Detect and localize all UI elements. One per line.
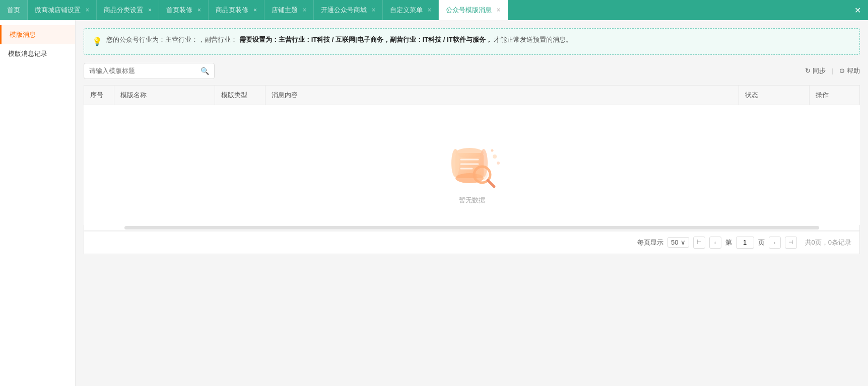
sidebar-item-template-record-label: 模版消息记录 — [8, 50, 47, 57]
action-divider: | — [832, 67, 833, 74]
sidebar-item-template-record[interactable]: 模版消息记录 — [0, 44, 75, 63]
svg-line-10 — [488, 180, 494, 187]
th-content: 消息内容 — [265, 85, 739, 105]
sidebar: 模版消息 模版消息记录 — [0, 20, 76, 386]
sync-button[interactable]: ↻ 同步 — [805, 66, 826, 75]
tab-product-decor[interactable]: 商品页装修 × — [209, 0, 264, 20]
pagination-bar: 每页显示 50 ∨ ⊢ ‹ 第 页 › ⊣ 共0页，0条记录 — [84, 231, 860, 254]
prev-page-button[interactable]: ‹ — [709, 237, 721, 249]
th-action: 操作 — [810, 85, 860, 105]
last-page-button[interactable]: ⊣ — [785, 237, 797, 249]
empty-cell: 暂无数据 — [84, 105, 860, 225]
scroll-bar-track[interactable] — [124, 226, 819, 229]
sidebar-item-template-label: 模版消息 — [10, 31, 36, 38]
sync-label: 同步 — [813, 66, 826, 75]
notice-suffix: 才能正常发送预置的消息。 — [494, 36, 572, 43]
tab-product-decor-label: 商品页装修 — [216, 6, 248, 15]
notice-icon: 💡 — [92, 35, 102, 48]
tab-template-msg-label: 公众号模版消息 — [446, 6, 492, 15]
tab-wechat-shop-label: 微商城店铺设置 — [35, 6, 81, 15]
tab-store-theme-label: 店铺主题 — [272, 6, 298, 15]
scroll-bar-area[interactable] — [84, 225, 860, 231]
page-label: 页 — [758, 238, 765, 247]
main-content: 💡 您的公众号行业为：主营行业：，副营行业： 需要设置为：主营行业：IT科技 /… — [76, 20, 868, 386]
tab-bar-close-all[interactable]: ✕ — [847, 6, 868, 15]
search-bar: 🔍 ↻ 同步 | ⊙ 帮助 — [84, 63, 860, 79]
tab-homepage-decor-label: 首页装修 — [166, 6, 192, 15]
th-name: 模版名称 — [114, 85, 215, 105]
tab-bar: 首页 微商城店铺设置 × 商品分类设置 × 首页装修 × 商品页装修 × 店铺主… — [0, 0, 868, 20]
main-layout: 模版消息 模版消息记录 💡 您的公众号行业为：主营行业：，副营行业： 需要设置为… — [0, 20, 868, 386]
tab-homepage-decor[interactable]: 首页装修 × — [159, 0, 209, 20]
page-di-label: 第 — [725, 238, 732, 247]
empty-illustration — [442, 135, 502, 196]
search-icon[interactable]: 🔍 — [201, 67, 209, 75]
tab-custom-menu-close[interactable]: × — [428, 7, 431, 13]
next-page-button[interactable]: › — [769, 237, 781, 249]
tab-category[interactable]: 商品分类设置 × — [97, 0, 159, 20]
tab-product-decor-close[interactable]: × — [253, 7, 257, 13]
tab-category-close[interactable]: × — [148, 7, 152, 13]
sync-icon: ↻ — [805, 67, 811, 74]
search-actions: ↻ 同步 | ⊙ 帮助 — [805, 66, 860, 75]
th-seq: 序号 — [84, 85, 114, 105]
svg-point-13 — [491, 149, 493, 151]
tab-template-msg[interactable]: 公众号模版消息 × — [439, 0, 508, 20]
svg-point-12 — [497, 162, 500, 165]
tab-homepage-decor-close[interactable]: × — [197, 7, 201, 13]
data-table: 序号 模版名称 模版类型 消息内容 状态 操作 — [84, 85, 860, 225]
help-label: 帮助 — [847, 66, 860, 75]
current-page-input[interactable] — [736, 237, 754, 249]
empty-row: 暂无数据 — [84, 105, 860, 225]
search-input-wrap[interactable]: 🔍 — [84, 63, 215, 79]
tab-custom-menu[interactable]: 自定义菜单 × — [383, 0, 439, 20]
tab-home[interactable]: 首页 — [0, 0, 28, 20]
empty-text: 暂无数据 — [459, 196, 485, 205]
page-size-label: 每页显示 — [637, 238, 663, 247]
notice-text: 您的公众号行业为：主营行业：，副营行业： 需要设置为：主营行业：IT科技 / 互… — [106, 35, 572, 45]
tab-store-theme[interactable]: 店铺主题 × — [264, 0, 314, 20]
page-size-select[interactable]: 50 ∨ — [667, 237, 689, 248]
tab-template-msg-close[interactable]: × — [497, 7, 500, 13]
tab-wechat-shop-close[interactable]: × — [86, 7, 89, 13]
svg-point-11 — [493, 155, 497, 159]
tab-open-mall[interactable]: 开通公众号商城 × — [314, 0, 383, 20]
total-info: 共0页，0条记录 — [805, 238, 851, 247]
table-header-row: 序号 模版名称 模版类型 消息内容 状态 操作 — [84, 85, 860, 105]
tab-wechat-shop[interactable]: 微商城店铺设置 × — [28, 0, 97, 20]
empty-state: 暂无数据 — [84, 105, 860, 225]
svg-point-3 — [451, 149, 459, 177]
tab-home-label: 首页 — [7, 6, 20, 15]
svg-point-9 — [477, 169, 488, 180]
th-type: 模版类型 — [215, 85, 265, 105]
sidebar-item-template[interactable]: 模版消息 — [0, 25, 75, 44]
page-size-value: 50 — [671, 239, 678, 246]
notice-box: 💡 您的公众号行业为：主营行业：，副营行业： 需要设置为：主营行业：IT科技 /… — [84, 28, 860, 55]
tab-open-mall-label: 开通公众号商城 — [321, 6, 367, 15]
help-icon: ⊙ — [839, 67, 845, 74]
notice-highlight: 需要设置为：主营行业：IT科技 / 互联网|电子商务，副营行业：IT科技 / I… — [239, 36, 492, 43]
tab-custom-menu-label: 自定义菜单 — [390, 6, 423, 15]
tab-open-mall-close[interactable]: × — [372, 7, 375, 13]
th-status: 状态 — [739, 85, 810, 105]
first-page-button[interactable]: ⊢ — [693, 237, 705, 249]
tab-category-label: 商品分类设置 — [104, 6, 143, 15]
tab-store-theme-close[interactable]: × — [303, 7, 306, 13]
search-input[interactable] — [89, 67, 201, 74]
help-button[interactable]: ⊙ 帮助 — [839, 66, 860, 75]
notice-prefix: 您的公众号行业为：主营行业：，副营行业： — [106, 36, 237, 43]
page-size-chevron: ∨ — [681, 239, 686, 246]
